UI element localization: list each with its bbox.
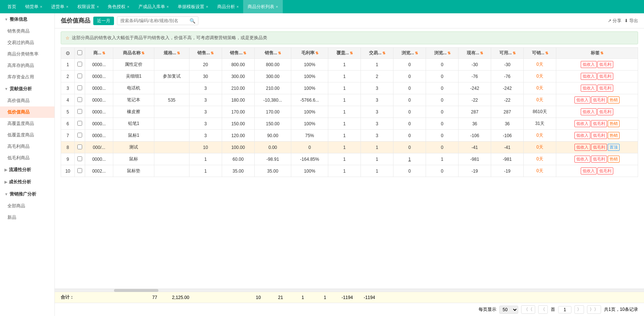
cell-stock2: -106: [491, 130, 524, 142]
sidebar-item-low-value[interactable]: 低价值商品: [0, 106, 54, 118]
cell-stock2: -19: [491, 165, 524, 177]
th-stock3[interactable]: 可销...⇅: [524, 48, 556, 59]
sidebar-item-high-coverage[interactable]: 高覆盖度商品: [0, 118, 54, 129]
sidebar-group-marketing[interactable]: ▼ 营销推广分析: [0, 188, 54, 200]
nav-analysis[interactable]: 商品分析×: [213, 0, 243, 13]
horizontal-scrollbar[interactable]: [55, 289, 644, 292]
row-checkbox[interactable]: [77, 133, 82, 137]
row-checkbox[interactable]: [77, 97, 82, 102]
cell-checkbox[interactable]: [75, 82, 85, 94]
footer-stock1: -1194: [336, 295, 358, 300]
cell-sale3: 0.00: [254, 142, 291, 153]
sidebar-item-high-margin[interactable]: 高毛利商品: [0, 141, 54, 152]
cell-name: 铅笔1: [113, 118, 154, 130]
nav-permissions[interactable]: 权限设置×: [73, 0, 103, 13]
row-checkbox[interactable]: [77, 74, 82, 78]
sidebar-item-high-stock[interactable]: 高库存的商品: [0, 60, 54, 71]
cell-checkbox[interactable]: [75, 153, 85, 165]
cell-checkbox[interactable]: [75, 130, 85, 142]
nav-template[interactable]: 单据模板设置×: [173, 0, 212, 13]
cell-spec: 535: [154, 94, 189, 106]
sidebar-group-growth[interactable]: ▶ 成长性分析: [0, 176, 54, 188]
cell-view1: 0: [393, 94, 426, 106]
sidebar-group-overall[interactable]: ▼ 整体信息: [0, 13, 54, 26]
next-page-button[interactable]: 〉: [574, 305, 584, 314]
th-name[interactable]: 商品名称⇅: [113, 48, 154, 59]
select-all-checkbox[interactable]: [77, 50, 82, 55]
row-checkbox[interactable]: [77, 109, 82, 114]
nav-purchase[interactable]: 进货单×: [47, 0, 73, 13]
th-checkbox[interactable]: [75, 48, 85, 59]
cell-checkbox[interactable]: [75, 165, 85, 177]
th-spec[interactable]: 规格...⇅: [154, 48, 189, 59]
page-input[interactable]: [558, 306, 571, 313]
cell-checkbox[interactable]: [75, 118, 85, 130]
th-view1[interactable]: 浏览...⇅: [393, 48, 426, 59]
th-tags[interactable]: 标签⇅: [556, 48, 638, 59]
settings-button[interactable]: ⚙: [66, 50, 70, 56]
cell-trade: 3: [361, 130, 393, 142]
th-stock1[interactable]: 现有...⇅: [459, 48, 491, 59]
sidebar-item-high-value[interactable]: 高价值商品: [0, 95, 54, 106]
th-sale2[interactable]: 销售...⇅: [222, 48, 254, 59]
sidebar-item-new-products[interactable]: 新品: [0, 212, 54, 223]
cell-sale3: 170.00: [254, 106, 291, 118]
sidebar-item-sales-products[interactable]: 销售类商品: [0, 26, 54, 37]
row-checkbox[interactable]: [77, 168, 82, 173]
export-button[interactable]: ⬇ 导出: [624, 18, 638, 24]
cell-checkbox[interactable]: [75, 142, 85, 153]
cell-tags: 低收入低毛利: [556, 82, 638, 94]
th-stock2[interactable]: 可用...⇅: [491, 48, 524, 59]
row-checkbox[interactable]: [77, 121, 82, 126]
cell-view1: 0: [393, 106, 426, 118]
share-button[interactable]: ↗ 分享: [608, 18, 621, 24]
cell-name: 电话机: [113, 82, 154, 94]
period-button[interactable]: 近一月: [93, 17, 114, 25]
table-wrapper[interactable]: ⚙ 商...⇅ 商品名称⇅ 规格...⇅ 销售...⇅ 销售...⇅ 销售...…: [55, 47, 644, 289]
search-input[interactable]: [117, 16, 198, 25]
cell-checkbox[interactable]: [75, 106, 85, 118]
sidebar-item-category-rate[interactable]: 商品分类销售率: [0, 48, 54, 60]
cell-stock1: -106: [459, 130, 491, 142]
last-page-button[interactable]: 〉〉: [587, 305, 601, 314]
sidebar-item-low-margin[interactable]: 低毛利商品: [0, 152, 54, 164]
sidebar-item-low-coverage[interactable]: 低覆盖度商品: [0, 129, 54, 141]
th-margin[interactable]: 毛利率⇅: [291, 48, 328, 59]
th-code[interactable]: 商...⇅: [85, 48, 113, 59]
view-link[interactable]: 1: [408, 157, 411, 162]
cell-sale3: -10,380...: [254, 94, 291, 106]
th-sale3[interactable]: 销售...⇅: [254, 48, 291, 59]
th-view2[interactable]: 浏览...⇅: [426, 48, 459, 59]
sidebar-item-stock-capital[interactable]: 库存资金占用: [0, 71, 54, 83]
cell-checkbox[interactable]: [75, 71, 85, 82]
sidebar-group-contribution[interactable]: ▼ 贡献值分析: [0, 83, 54, 95]
per-page-select[interactable]: 50 100 200: [499, 306, 518, 314]
th-cover[interactable]: 覆盖...⇅: [328, 48, 361, 59]
row-checkbox[interactable]: [77, 145, 82, 149]
sidebar-group-liquidity[interactable]: ▶ 流通性分析: [0, 164, 54, 176]
nav-home[interactable]: 首页: [3, 0, 21, 13]
nav-analysis-list[interactable]: 商品分析列表×: [243, 0, 282, 13]
row-checkbox[interactable]: [77, 156, 82, 161]
cell-spec: [154, 82, 189, 94]
row-checkbox[interactable]: [77, 62, 82, 67]
cell-margin: 0: [291, 142, 328, 153]
th-sale1[interactable]: 销售...⇅: [189, 48, 222, 59]
nav-sales[interactable]: 销货单×: [21, 0, 47, 13]
th-trade[interactable]: 交易...⇅: [361, 48, 393, 59]
prev-page-button[interactable]: 〈: [538, 305, 548, 314]
sidebar-item-all-products[interactable]: 全部商品: [0, 200, 54, 212]
tag-label: 低收入: [581, 85, 597, 92]
cell-tags: 低收入低毛利热销: [556, 118, 638, 130]
sidebar-item-traded[interactable]: 交易过的商品: [0, 37, 54, 48]
cell-checkbox[interactable]: [75, 94, 85, 106]
table-row: 3 0000... 电话机 3 210.00 210.00 100% 1 3 0…: [61, 82, 638, 94]
scrollbar-thumb[interactable]: [114, 289, 158, 292]
cell-checkbox[interactable]: [75, 59, 85, 71]
nav-roles[interactable]: 角色授权×: [103, 0, 134, 13]
th-settings[interactable]: ⚙: [61, 48, 75, 59]
cell-code: 0000...: [85, 130, 113, 142]
nav-products-in[interactable]: 产成品入库单×: [134, 0, 173, 13]
row-checkbox[interactable]: [77, 85, 82, 90]
first-page-button[interactable]: 〈〈: [521, 305, 535, 314]
